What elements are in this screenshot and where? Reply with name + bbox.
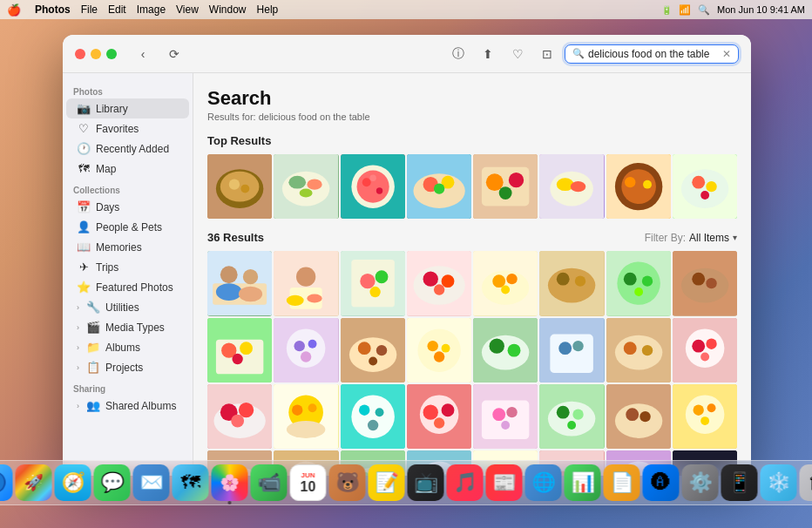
sidebar-item-recently-added[interactable]: 🕐 Recently Added (66, 139, 189, 159)
back-button[interactable]: ‹ (131, 44, 155, 64)
sidebar-group-projects[interactable]: › 📋 Projects (66, 357, 189, 377)
photo-r2c1[interactable] (207, 318, 272, 382)
photo-r3c8[interactable] (673, 384, 737, 449)
sidebar-item-map[interactable]: 🗺 Map (66, 159, 189, 179)
dock-item-iphone[interactable]: 📱 (721, 464, 758, 501)
results-count: 36 Results (207, 231, 264, 244)
music-icon: 🎵 (453, 471, 477, 494)
heart-button[interactable]: ♡ (505, 44, 530, 64)
photo-top-2[interactable] (274, 154, 338, 219)
photo-top-7[interactable] (606, 154, 671, 219)
sidebar-item-featured[interactable]: ⭐ Featured Photos (66, 277, 189, 297)
dock-item-arctic[interactable]: ❄️ (761, 464, 797, 501)
photo-r2c8[interactable] (673, 318, 737, 382)
photo-r1c5[interactable] (473, 251, 538, 315)
dock-item-mail[interactable]: ✉️ (133, 464, 170, 501)
sidebar-section-photos: Photos (63, 80, 193, 98)
photo-r2c7[interactable] (606, 318, 671, 382)
sidebar-item-people-pets[interactable]: 👤 People & Pets (66, 217, 189, 237)
minimize-button[interactable] (91, 49, 101, 59)
dock-item-music[interactable]: 🎵 (447, 464, 484, 501)
sidebar-item-favorites[interactable]: ♡ Favorites (66, 118, 189, 139)
dock-item-numbers[interactable]: 📊 (565, 464, 601, 501)
menubar-help[interactable]: Help (257, 3, 279, 16)
photo-r1c2[interactable] (274, 251, 338, 315)
photo-top-3[interactable] (341, 154, 405, 219)
rotate-button[interactable]: ⟳ (162, 44, 186, 64)
svg-point-138 (492, 408, 505, 421)
dock-item-news[interactable]: 📰 (486, 464, 523, 501)
photo-r3c4[interactable] (407, 384, 471, 449)
menubar-search[interactable]: 🔍 (698, 4, 710, 16)
photo-top-5[interactable] (473, 154, 538, 219)
sidebar-item-memories[interactable]: 📖 Memories (66, 237, 189, 257)
photo-r1c3[interactable] (341, 251, 405, 315)
photo-top-1[interactable] (207, 154, 272, 219)
sidebar-item-trips[interactable]: ✈ Trips (66, 257, 189, 277)
iphone-icon: 📱 (727, 471, 751, 494)
photo-r3c2[interactable] (274, 384, 338, 449)
sidebar-label-favorites: Favorites (96, 123, 139, 135)
dock-item-sysprefs[interactable]: ⚙️ (682, 464, 719, 501)
share-button[interactable]: ⬆ (476, 44, 500, 64)
svg-point-128 (359, 404, 369, 415)
sidebar-group-albums[interactable]: › 📁 Albums (66, 337, 189, 357)
svg-point-98 (434, 351, 444, 362)
dock-item-calendar[interactable]: JUN 10 (290, 464, 327, 501)
dock-item-finder[interactable]: 🔵 (0, 464, 13, 501)
search-bar[interactable]: 🔍 ✕ (565, 44, 739, 64)
photo-r3c1[interactable] (207, 384, 272, 449)
dock-item-appletv[interactable]: 📺 (408, 464, 444, 501)
apple-menu[interactable]: 🍎 (7, 3, 21, 17)
dock-item-bear[interactable]: 🐻 (329, 464, 366, 501)
photo-r3c3[interactable] (341, 384, 405, 449)
photo-r3c6[interactable] (539, 384, 604, 449)
photo-r1c8[interactable] (673, 251, 737, 315)
photo-top-8[interactable] (673, 154, 737, 219)
clear-search-button[interactable]: ✕ (722, 48, 731, 60)
info-button[interactable]: ⓘ (446, 44, 470, 64)
dock-item-maps[interactable]: 🗺 (173, 464, 209, 501)
menubar-file[interactable]: File (81, 3, 98, 16)
photo-r3c5[interactable] (473, 384, 538, 449)
dock-item-messages[interactable]: 💬 (94, 464, 131, 501)
dock-item-translate[interactable]: 🌐 (525, 464, 562, 501)
sidebar-item-days[interactable]: 📅 Days (66, 197, 189, 217)
close-button[interactable] (75, 49, 85, 59)
dock-item-launchpad[interactable]: 🚀 (16, 464, 52, 501)
photo-top-4[interactable] (407, 154, 471, 219)
crop-button[interactable]: ⊡ (535, 44, 559, 64)
dock-item-notes[interactable]: 📝 (369, 464, 405, 501)
photo-r2c3[interactable] (341, 318, 405, 382)
menubar-image[interactable]: Image (137, 3, 166, 16)
sidebar-label-media-types: Media Types (105, 322, 165, 334)
dock-item-trash[interactable]: 🗑 (800, 464, 813, 501)
fullscreen-button[interactable] (106, 49, 117, 59)
photo-r2c2[interactable] (274, 318, 338, 382)
sidebar-label-people: People & Pets (96, 221, 162, 234)
dock-item-facetime[interactable]: 📹 (251, 464, 288, 501)
photo-r1c6[interactable] (539, 251, 604, 315)
photo-r2c5[interactable] (473, 318, 538, 382)
photo-r2c4[interactable] (407, 318, 471, 382)
menubar-app-name[interactable]: Photos (35, 3, 71, 16)
sidebar-group-shared-albums[interactable]: › 👥 Shared Albums (66, 396, 189, 416)
dock-item-photos[interactable]: 🌸 (212, 464, 248, 501)
dock-item-pages[interactable]: 📄 (604, 464, 640, 501)
photo-r1c7[interactable] (606, 251, 671, 315)
filter-button[interactable]: Filter By: All Items ▾ (645, 232, 737, 244)
menubar-window[interactable]: Window (209, 3, 247, 16)
sidebar-group-utilities[interactable]: › 🔧 Utilities (66, 297, 189, 317)
sidebar-item-library[interactable]: 📷 Library (66, 98, 189, 118)
photo-r3c7[interactable] (606, 384, 671, 449)
photo-r1c4[interactable] (407, 251, 471, 315)
sidebar-group-media-types[interactable]: › 🎬 Media Types (66, 317, 189, 337)
search-input[interactable] (588, 48, 722, 60)
photo-top-6[interactable] (539, 154, 604, 219)
menubar-edit[interactable]: Edit (108, 3, 126, 16)
photo-r2c6[interactable] (539, 318, 604, 382)
dock-item-safari[interactable]: 🧭 (55, 464, 91, 501)
dock-item-appstore[interactable]: 🅐 (643, 464, 680, 501)
photo-r1c1[interactable] (207, 251, 272, 315)
menubar-view[interactable]: View (176, 3, 199, 16)
